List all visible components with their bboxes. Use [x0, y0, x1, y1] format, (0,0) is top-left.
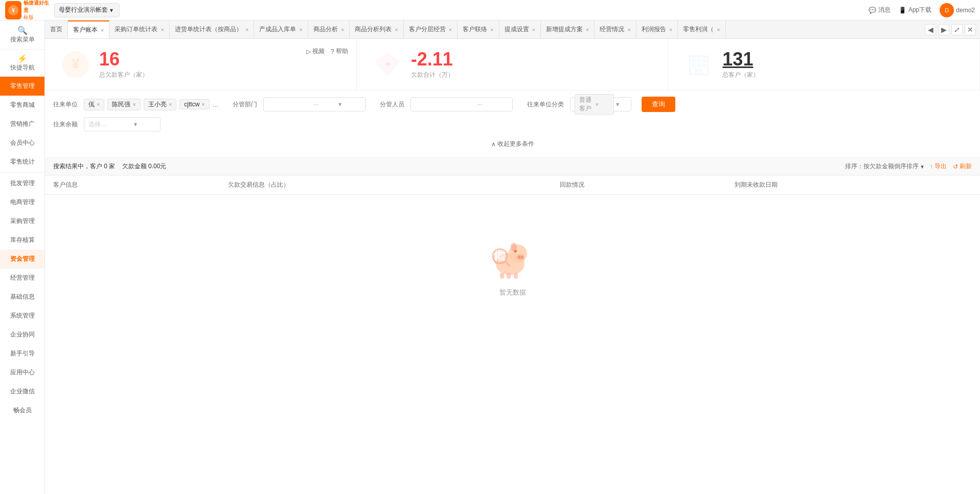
tab-product-analysis[interactable]: 商品分析 ×	[308, 20, 350, 39]
tab-new-tip-plan[interactable]: 新增提成方案 ×	[541, 20, 595, 39]
sidebar-search[interactable]: 🔍 搜索菜单	[0, 20, 44, 50]
tab-close-tip-settings[interactable]: ×	[532, 27, 535, 33]
tab-customer-segment[interactable]: 客户分层经营 ×	[404, 20, 458, 39]
tab-close-profit-report[interactable]: ×	[669, 27, 672, 33]
tab-close-customer-account[interactable]: ×	[101, 27, 104, 33]
help-button[interactable]: ? 帮助	[331, 47, 348, 56]
stat-clients-label: 总客户（家）	[722, 71, 759, 79]
filter-tag-close-3[interactable]: ×	[169, 101, 172, 107]
tab-purchase-order-stats[interactable]: 采购订单统计表 ×	[109, 20, 169, 39]
tab-expand-button[interactable]: ⤢	[951, 24, 963, 35]
sidebar-item-retail-mall[interactable]: 零售商城	[0, 96, 44, 115]
sidebar: 🔍 搜索菜单 ⚡ 快捷导航 零售管理 零售商城 营销推广 会员中心 零售统计	[0, 20, 45, 494]
stat-total-arrears: ✦ -2.11 欠款合计（万）	[357, 39, 669, 90]
tab-next-button[interactable]: ▶	[938, 24, 949, 35]
refresh-button[interactable]: ↺ 刷新	[953, 162, 972, 171]
balance-select[interactable]: 选择... ▾	[84, 117, 161, 131]
svg-text:¥: ¥	[72, 56, 80, 72]
sort-label-text: 排序：按欠款金额倒序排序	[845, 162, 919, 171]
stat-total-customers: ¥ 16 总欠款客户（家） ▷ 视频 ? 帮助	[45, 39, 357, 90]
sidebar-item-ecommerce[interactable]: 电商管理	[0, 193, 44, 212]
sidebar-item-operations[interactable]: 经营管理	[0, 268, 44, 287]
tab-close-inbound-stats[interactable]: ×	[245, 27, 248, 33]
sidebar-item-finance[interactable]: 资金管理	[0, 250, 44, 268]
tab-close-retail-profit[interactable]: ×	[717, 27, 720, 33]
unit-type-label: 往来单位分类	[527, 100, 564, 109]
filter-tag-4[interactable]: cjttcw ×	[179, 99, 209, 109]
result-bar: 搜索结果中，客户 0 家 欠款金额 0.00元 排序：按欠款金额倒序排序 ▾	[45, 158, 980, 175]
sidebar-item-marketing[interactable]: 营销推广	[0, 115, 44, 133]
person-select[interactable]: ···	[411, 97, 513, 111]
svg-rect-11	[697, 63, 701, 68]
svg-point-17	[518, 256, 520, 258]
stat-customers-label: 总欠款客户（家）	[99, 71, 148, 79]
balance-label: 往来余额	[53, 120, 78, 129]
sidebar-item-member-center[interactable]: 会员中心	[0, 133, 44, 152]
tab-customer-contact[interactable]: 客户联络 ×	[458, 20, 499, 39]
sidebar-sep-1	[0, 172, 44, 173]
filter-section: 往来单位 佤 × 陈民强 × 王小亮	[45, 91, 980, 158]
sidebar-item-app-center[interactable]: 应用中心	[0, 363, 44, 382]
unit-type-tag-close[interactable]: ×	[596, 101, 609, 107]
sidebar-item-vip-member[interactable]: 畅会员	[0, 401, 44, 420]
svg-text:¥: ¥	[12, 8, 15, 13]
unit-type-select[interactable]: 普通客户 × ▾	[570, 97, 631, 111]
sidebar-item-wholesale[interactable]: 批发管理	[0, 174, 44, 193]
app-download-button[interactable]: 📱 App下载	[899, 6, 931, 14]
tab-close-purchase-order-stats[interactable]: ×	[161, 27, 164, 33]
tab-customer-account[interactable]: 客户账本 ×	[68, 20, 109, 39]
filter-tag-close-1[interactable]: ×	[97, 101, 100, 107]
tab-inbound-stats[interactable]: 进货单统计表（按商品） ×	[170, 20, 254, 39]
tab-close-all-button[interactable]: ✕	[965, 24, 976, 35]
filter-tag-close-4[interactable]: ×	[201, 101, 204, 107]
tab-product-analysis-list[interactable]: 商品分析列表 ×	[350, 20, 403, 39]
logo-icon: ¥	[5, 1, 21, 19]
sidebar-item-enterprise-wechat[interactable]: 企业微信	[0, 382, 44, 401]
tab-close-product-analysis-list[interactable]: ×	[395, 27, 398, 33]
sidebar-item-system[interactable]: 系统管理	[0, 306, 44, 325]
tab-close-operations-status[interactable]: ×	[627, 27, 630, 33]
tab-prev-button[interactable]: ◀	[925, 24, 936, 35]
filter-tag-1[interactable]: 佤 ×	[84, 99, 104, 110]
messages-button[interactable]: 💬 消息	[869, 6, 891, 14]
tab-close-production-inbound[interactable]: ×	[299, 27, 302, 33]
tab-tip-settings[interactable]: 提成设置 ×	[499, 20, 541, 39]
tab-profit-report[interactable]: 利润报告 ×	[636, 20, 678, 39]
query-button[interactable]: 查询	[642, 97, 675, 112]
sidebar-item-retail-mgmt[interactable]: 零售管理	[0, 77, 44, 96]
collapse-row: ∧ 收起更多条件	[53, 137, 972, 151]
tab-close-customer-segment[interactable]: ×	[449, 27, 452, 33]
user-menu[interactable]: D demo2	[940, 3, 975, 17]
sidebar-item-basic-info[interactable]: 基础信息	[0, 287, 44, 306]
tab-close-customer-contact[interactable]: ×	[490, 27, 493, 33]
video-help-button[interactable]: ▷ 视频	[306, 47, 325, 56]
tab-retail-profit[interactable]: 零售利润（ ×	[678, 20, 725, 39]
sidebar-item-retail-stats[interactable]: 零售统计	[0, 152, 44, 171]
filter-tags: 佤 × 陈民强 × 王小亮 ×	[84, 99, 218, 110]
sidebar-item-enterprise-collab[interactable]: 企业协同	[0, 325, 44, 344]
unit-type-chevron: ▾	[616, 101, 627, 108]
sidebar-quick-nav[interactable]: ⚡ 快捷导航	[0, 50, 44, 77]
export-button[interactable]: ↑ 导出	[930, 162, 947, 171]
tab-operations-status[interactable]: 经营情况 ×	[595, 20, 636, 39]
filter-tag-2[interactable]: 陈民强 ×	[107, 99, 140, 110]
collapse-button[interactable]: ∧ 收起更多条件	[491, 140, 534, 148]
filter-tag-3[interactable]: 王小亮 ×	[144, 99, 176, 110]
dept-expand-icon: ···	[313, 101, 336, 108]
result-actions: 排序：按欠款金额倒序排序 ▾ ↑ 导出 ↺ 刷新	[845, 162, 972, 171]
tab-close-new-tip-plan[interactable]: ×	[586, 27, 589, 33]
tab-home[interactable]: 首页	[45, 20, 68, 39]
sidebar-item-inventory[interactable]: 库存核算	[0, 231, 44, 250]
dept-select[interactable]: ··· ▾	[263, 97, 366, 111]
sidebar-item-purchase[interactable]: 采购管理	[0, 212, 44, 231]
sort-selector[interactable]: 排序：按欠款金额倒序排序 ▾	[845, 162, 924, 171]
tab-close-product-analysis[interactable]: ×	[341, 27, 344, 33]
tab-production-inbound[interactable]: 产成品入库单 ×	[254, 20, 308, 39]
stat-help: ▷ 视频 ? 帮助	[306, 47, 348, 56]
company-selector[interactable]: 母婴行业演示帐套 ▾	[54, 3, 120, 17]
tab-controls: ◀ ▶ ⤢ ✕	[921, 24, 980, 35]
sidebar-item-new-guide[interactable]: 新手引导	[0, 344, 44, 363]
filter-tag-close-2[interactable]: ×	[132, 101, 135, 107]
download-icon: 📱	[899, 7, 906, 14]
filter-more-icon[interactable]: ...	[213, 100, 219, 108]
